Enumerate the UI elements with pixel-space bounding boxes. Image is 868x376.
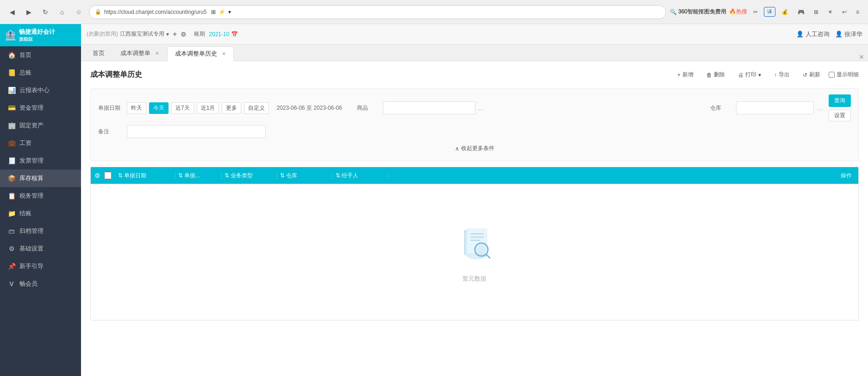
undo-btn[interactable]: ↩ bbox=[839, 7, 850, 17]
settings-filter-btn[interactable]: 设置 bbox=[829, 110, 851, 121]
address-bar[interactable]: 🔒 https://cloud.chanjet.com/accounting/u… bbox=[89, 5, 666, 19]
sort-icon: ⇅ bbox=[118, 172, 123, 179]
sidebar-item-close-accounts[interactable]: 📁 结账 bbox=[0, 205, 81, 222]
sidebar-item-salary[interactable]: 💼 工资 bbox=[0, 134, 81, 152]
export-btn[interactable]: ↑ 导出 bbox=[769, 69, 794, 81]
delete-label: 删除 bbox=[714, 71, 725, 79]
warehouse-more-btn[interactable]: … bbox=[817, 104, 823, 112]
sort-icon: ⇅ bbox=[336, 172, 340, 179]
sidebar-item-invoice[interactable]: 🧾 发票管理 bbox=[0, 152, 81, 169]
brightness-btn[interactable]: ☀ bbox=[824, 7, 836, 17]
consult-icon: 👤 bbox=[796, 31, 804, 38]
th-date[interactable]: ⇅ 单据日期 bbox=[115, 172, 175, 180]
main-content: (勿删勿禁用) 江西服宝测试专用 ▾ + ⚙ 账期 2021-10 📅 👤 人工… bbox=[81, 24, 868, 376]
show-detail-label: 显示明细 bbox=[837, 71, 859, 79]
grid-view-btn[interactable]: ⊞ bbox=[811, 7, 822, 17]
collapse-btn[interactable]: ∧ 收起更多条件 bbox=[98, 142, 851, 155]
calendar-icon: 📅 bbox=[231, 31, 238, 38]
table-container: ⚙ ⇅ 单据日期 ⇅ 单据... ⇅ 业务类型 bbox=[90, 167, 859, 320]
filter-section: 单据日期 昨天 今天 近7天 近1月 更多 自定义 2023-06-06 至 2… bbox=[90, 88, 859, 161]
home-button[interactable]: ⌂ bbox=[56, 6, 69, 19]
translate-btn[interactable]: 译 bbox=[764, 7, 775, 17]
wallet-btn[interactable]: 💰 bbox=[778, 7, 792, 17]
search-tool[interactable]: 🔍 360智能抠图免费用 bbox=[670, 8, 726, 16]
sidebar-item-home[interactable]: 🏠 首页 bbox=[0, 46, 81, 64]
sidebar-item-capital[interactable]: 💳 资金管理 bbox=[0, 99, 81, 117]
date-btn-7days[interactable]: 近7天 bbox=[171, 102, 194, 114]
date-btn-today[interactable]: 今天 bbox=[149, 102, 169, 114]
print-btn[interactable]: 🖨 打印 ▾ bbox=[733, 69, 766, 81]
tab-cost-adjust-close[interactable]: ✕ bbox=[155, 50, 159, 56]
add-company-btn[interactable]: + bbox=[173, 30, 177, 38]
sidebar-item-fixed-assets[interactable]: 🏢 固定资产 bbox=[0, 117, 81, 134]
goods-input[interactable] bbox=[383, 101, 475, 114]
refresh-btn[interactable]: ↺ 刷新 bbox=[798, 69, 825, 81]
period-selector[interactable]: 账期 2021-10 📅 bbox=[194, 30, 238, 38]
new-btn[interactable]: + 新增 bbox=[673, 69, 698, 81]
sidebar-item-label: 总账 bbox=[19, 69, 31, 77]
logo-icon: 🏦 bbox=[5, 30, 16, 41]
date-btn-more[interactable]: 更多 bbox=[222, 102, 241, 114]
warehouse-input[interactable] bbox=[736, 101, 814, 114]
refresh-button[interactable]: ↻ bbox=[39, 6, 52, 19]
table-select-all[interactable] bbox=[104, 172, 112, 179]
scissors-btn[interactable]: ✂ bbox=[750, 7, 761, 17]
page-actions: + 新增 🗑 删除 🖨 打印 ▾ ↑ 导出 bbox=[673, 69, 859, 81]
th-warehouse[interactable]: ⇅ 仓库 bbox=[277, 172, 333, 180]
filter-note-row: 备注 bbox=[98, 125, 851, 138]
date-range-text: 2023-06-06 至 2023-06-06 bbox=[276, 104, 342, 112]
sidebar-item-reports[interactable]: 📊 云报表中心 bbox=[0, 81, 81, 99]
back-button[interactable]: ◀ bbox=[6, 6, 19, 19]
th-type[interactable]: ⇅ 业务类型 bbox=[222, 172, 277, 180]
company-selector[interactable]: (勿删勿禁用) 江西服宝测试专用 ▾ bbox=[87, 30, 169, 38]
date-options: 昨天 今天 近7天 近1月 更多 自定义 bbox=[127, 102, 269, 114]
th-date-label: 单据日期 bbox=[124, 172, 146, 180]
show-detail-checkbox[interactable]: 显示明细 bbox=[829, 71, 859, 79]
table-header-row: ⇅ 单据日期 ⇅ 单据... ⇅ 业务类型 ⇅ bbox=[115, 172, 855, 180]
star-button[interactable]: ☆ bbox=[72, 6, 85, 19]
add-icon: + bbox=[677, 72, 681, 78]
tab-cost-adjust[interactable]: 成本调整单 ✕ bbox=[112, 46, 167, 61]
goods-label: 商品 bbox=[357, 104, 380, 112]
tab-cost-adjust-history[interactable]: 成本调整单历史 ✕ bbox=[167, 46, 234, 61]
th-number[interactable]: ⇅ 单据... bbox=[175, 172, 222, 180]
th-action: 操作 bbox=[388, 172, 855, 180]
sidebar-item-inventory[interactable]: 📦 库存核算 bbox=[0, 169, 81, 187]
goods-more-btn[interactable]: … bbox=[478, 104, 485, 112]
user-info[interactable]: 👤 徐泽华 bbox=[835, 30, 862, 38]
th-operator[interactable]: ⇅ 经手人 bbox=[333, 172, 388, 180]
page-content: 成本调整单历史 + 新增 🗑 删除 🖨 打印 ▾ bbox=[81, 61, 868, 376]
menu-btn[interactable]: ≡ bbox=[853, 7, 862, 17]
tab-bar-close-btn[interactable]: ✕ bbox=[859, 53, 864, 61]
tax-icon: 📋 bbox=[7, 192, 16, 200]
forward-button[interactable]: ▶ bbox=[22, 6, 35, 19]
tab-cost-adjust-history-close[interactable]: ✕ bbox=[222, 51, 226, 57]
tab-home[interactable]: 首页 bbox=[85, 46, 112, 61]
sidebar-item-label: 首页 bbox=[19, 51, 31, 59]
sidebar-item-settings[interactable]: ⚙ 基础设置 bbox=[0, 240, 81, 257]
date-btn-1month[interactable]: 近1月 bbox=[197, 102, 219, 114]
table-gear-icon[interactable]: ⚙ bbox=[94, 172, 100, 179]
delete-btn[interactable]: 🗑 删除 bbox=[702, 69, 730, 81]
sidebar-item-archive[interactable]: 🗃 归档管理 bbox=[0, 222, 81, 240]
sidebar: 🏦 畅捷通好会计 旗舰版 🏠 首页 📒 总账 📊 云报表中心 💳 资金管理 🏢 … bbox=[0, 24, 81, 376]
sidebar-item-guide[interactable]: 📌 新手引导 bbox=[0, 257, 81, 275]
fixed-assets-icon: 🏢 bbox=[7, 122, 16, 129]
date-btn-yesterday[interactable]: 昨天 bbox=[127, 102, 146, 114]
show-detail-check[interactable] bbox=[829, 72, 835, 78]
new-label: 新增 bbox=[682, 71, 693, 79]
th-number-label: 单据... bbox=[184, 172, 200, 180]
note-input[interactable] bbox=[127, 125, 266, 138]
consult-btn[interactable]: 👤 人工咨询 bbox=[796, 30, 830, 38]
sidebar-item-vip[interactable]: V 畅会员 bbox=[0, 275, 81, 293]
settings-icon: ⚙ bbox=[7, 245, 16, 252]
game-btn[interactable]: 🎮 bbox=[794, 7, 808, 17]
sidebar-item-ledger[interactable]: 📒 总账 bbox=[0, 64, 81, 81]
inventory-icon: 📦 bbox=[7, 175, 16, 182]
sort-icon: ⇅ bbox=[178, 172, 183, 179]
date-btn-custom[interactable]: 自定义 bbox=[244, 102, 269, 114]
sidebar-item-label: 畅会员 bbox=[19, 280, 37, 288]
company-settings-btn[interactable]: ⚙ bbox=[181, 31, 187, 38]
query-btn[interactable]: 查询 bbox=[829, 94, 851, 107]
sidebar-item-tax[interactable]: 📋 税务管理 bbox=[0, 187, 81, 205]
